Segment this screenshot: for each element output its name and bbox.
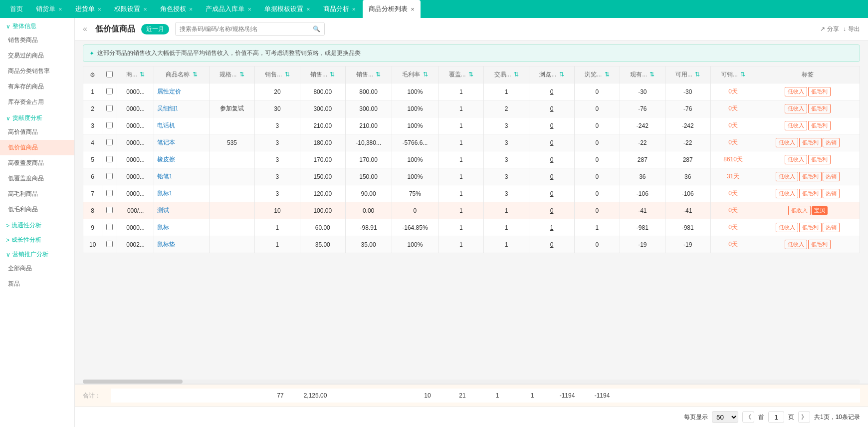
th-view1[interactable]: 浏览... ⇅	[529, 66, 575, 83]
row-view1[interactable]: 0	[529, 83, 575, 100]
sidebar-item-high-margin[interactable]: 高毛利商品	[0, 186, 74, 202]
sidebar-group-contribution[interactable]: ∨ 贡献度分析	[0, 110, 74, 124]
sidebar-item-in-stock-goods[interactable]: 有库存的商品	[0, 79, 74, 94]
nav-close-finished[interactable]: ×	[247, 5, 251, 13]
nav-home[interactable]: 首页	[4, 0, 29, 18]
row-checkbox[interactable]	[106, 88, 113, 94]
nav-purchase-order[interactable]: 进货单 ×	[69, 0, 108, 18]
sidebar-item-new-goods[interactable]: 新品	[0, 276, 74, 292]
sidebar-group-marketing[interactable]: ∨ 营销推广分析	[0, 246, 74, 261]
th-name[interactable]: 商品名称 ⇅	[154, 66, 209, 83]
export-button[interactable]: ↓ 导出	[843, 25, 860, 33]
th-tags[interactable]: 标签	[756, 66, 860, 83]
share-button[interactable]: ↗ 分享	[820, 25, 839, 33]
nav-product-analysis-list[interactable]: 商品分析列表 ×	[363, 0, 421, 18]
sidebar-group-growth[interactable]: > 成长性分析	[0, 232, 74, 246]
table-wrapper[interactable]: ⚙ 商... ⇅ 商品名称 ⇅ 规格... ⇅ 销售... ⇅ 销售... ⇅ …	[75, 66, 868, 380]
scrollbar-thumb[interactable]	[83, 380, 183, 384]
row-checkbox[interactable]	[106, 207, 113, 213]
th-amt2[interactable]: 销售... ⇅	[345, 66, 392, 83]
row-view1[interactable]: 0	[529, 117, 575, 134]
nav-product-analysis[interactable]: 商品分析 ×	[317, 0, 362, 18]
row-view1[interactable]: 1	[529, 219, 575, 236]
row-checkbox[interactable]	[106, 241, 113, 247]
th-salable[interactable]: 可销... ⇅	[710, 66, 756, 83]
sidebar-item-traded-goods[interactable]: 交易过的商品	[0, 48, 74, 63]
row-checkbox[interactable]	[106, 190, 113, 196]
sidebar-item-all-goods[interactable]: 全部商品	[0, 261, 74, 276]
nav-close-list[interactable]: ×	[411, 5, 415, 13]
row-view1[interactable]: 0	[529, 236, 575, 253]
sidebar-item-low-coverage[interactable]: 低覆盖度商品	[0, 171, 74, 186]
sidebar-item-sales-goods[interactable]: 销售类商品	[0, 32, 74, 48]
nav-finished-goods[interactable]: 产成品入库单 ×	[200, 0, 257, 18]
th-stock1[interactable]: 现有... ⇅	[620, 66, 665, 83]
th-spec[interactable]: 规格... ⇅	[210, 66, 255, 83]
sidebar-item-category-sales-rate[interactable]: 商品分类销售率	[0, 63, 74, 79]
th-amt1[interactable]: 销售... ⇅	[300, 66, 345, 83]
nav-permission-settings[interactable]: 权限设置 ×	[108, 0, 153, 18]
search-icon[interactable]: 🔍	[313, 25, 320, 32]
row-name[interactable]: 鼠标1	[154, 185, 209, 202]
th-code[interactable]: 商... ⇅	[117, 66, 154, 83]
th-coverage[interactable]: 覆盖... ⇅	[438, 66, 484, 83]
sidebar-collapse-button[interactable]: «	[83, 24, 87, 33]
row-view1[interactable]: 0	[529, 202, 575, 219]
row-view1[interactable]: 0	[529, 168, 575, 185]
th-trans[interactable]: 交易... ⇅	[484, 66, 529, 83]
view-link[interactable]: 0	[550, 122, 554, 129]
th-margin[interactable]: 毛利率 ⇅	[392, 66, 438, 83]
row-name[interactable]: 吴细细1	[154, 100, 209, 117]
settings-icon[interactable]: ⚙	[90, 71, 95, 78]
per-page-select[interactable]: 50 100	[712, 411, 738, 423]
view-link[interactable]: 0	[550, 241, 554, 248]
view-link[interactable]: 1	[550, 224, 554, 231]
nav-close-template[interactable]: ×	[306, 5, 310, 13]
row-view1[interactable]: 0	[529, 185, 575, 202]
view-link[interactable]: 0	[550, 105, 554, 112]
row-checkbox[interactable]	[106, 122, 113, 128]
nav-close-role[interactable]: ×	[189, 5, 193, 13]
row-name[interactable]: 属性定价	[154, 83, 209, 100]
row-checkbox[interactable]	[106, 105, 113, 111]
view-link[interactable]: 0	[550, 190, 554, 197]
th-settings[interactable]: ⚙	[83, 66, 102, 83]
th-checkbox[interactable]	[102, 66, 117, 83]
sidebar-item-low-value[interactable]: 低价值商品	[0, 140, 74, 155]
row-name[interactable]: 笔记本	[154, 134, 209, 151]
row-checkbox[interactable]	[106, 139, 113, 145]
select-all-checkbox[interactable]	[106, 71, 113, 77]
row-checkbox[interactable]	[106, 173, 113, 179]
row-view1[interactable]: 0	[529, 100, 575, 117]
th-stock2[interactable]: 可用... ⇅	[665, 66, 710, 83]
sidebar-item-high-value[interactable]: 高价值商品	[0, 124, 74, 140]
row-name[interactable]: 鼠标垫	[154, 236, 209, 253]
th-view2[interactable]: 浏览... ⇅	[575, 66, 620, 83]
sidebar-item-high-coverage[interactable]: 高覆盖度商品	[0, 155, 74, 171]
row-view1[interactable]: 0	[529, 134, 575, 151]
row-name[interactable]: 橡皮擦	[154, 151, 209, 168]
first-page-button[interactable]: 《	[742, 411, 754, 423]
row-checkbox[interactable]	[106, 224, 113, 230]
sidebar-item-stock-fund[interactable]: 库存资金占用	[0, 94, 74, 110]
view-link[interactable]: 0	[550, 156, 554, 163]
row-name[interactable]: 鼠标	[154, 219, 209, 236]
sidebar-group-overall[interactable]: ∨ 整体信息	[0, 18, 74, 32]
sidebar-group-circulation[interactable]: > 流通性分析	[0, 217, 74, 232]
page-number-input[interactable]	[768, 411, 784, 423]
th-qty[interactable]: 销售... ⇅	[254, 66, 300, 83]
view-link[interactable]: 0	[550, 88, 554, 95]
nav-close-purchase[interactable]: ×	[98, 5, 102, 13]
last-page-button[interactable]: 》	[798, 411, 810, 423]
nav-close-sales[interactable]: ×	[58, 5, 62, 13]
nav-close-analysis[interactable]: ×	[352, 5, 356, 13]
nav-template-settings[interactable]: 单据模板设置 ×	[258, 0, 316, 18]
row-name[interactable]: 测试	[154, 202, 209, 219]
view-link[interactable]: 0	[550, 173, 554, 180]
row-view1[interactable]: 0	[529, 151, 575, 168]
row-name[interactable]: 电话机	[154, 117, 209, 134]
nav-role-auth[interactable]: 角色授权 ×	[154, 0, 199, 18]
nav-close-perm[interactable]: ×	[143, 5, 147, 13]
filter-tag-recent-month[interactable]: 近一月	[141, 24, 169, 34]
sidebar-item-low-margin[interactable]: 低毛利商品	[0, 202, 74, 217]
